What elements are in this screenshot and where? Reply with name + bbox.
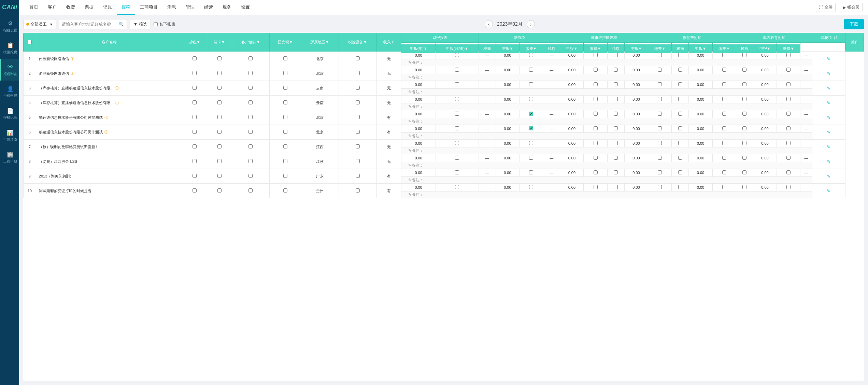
city-pay-checkbox[interactable]	[614, 170, 618, 174]
stamp-declare-checkbox[interactable]	[786, 97, 791, 101]
stamp-declare-checkbox[interactable]	[786, 82, 791, 86]
chaoshu-checkbox[interactable]	[193, 188, 197, 192]
local-edu-declare-checkbox[interactable]	[722, 141, 726, 145]
tax-device-checkbox[interactable]	[356, 174, 360, 178]
note-pencil-icon[interactable]: ✎	[408, 119, 411, 123]
chaoshu-checkbox[interactable]	[193, 130, 197, 134]
paid-tax-checkbox[interactable]	[283, 100, 287, 104]
stamp-declare-checkbox[interactable]	[786, 170, 791, 174]
nav-operation[interactable]: 经营	[199, 0, 218, 15]
edu-pay-checkbox[interactable]	[678, 185, 682, 189]
tax-device-checkbox[interactable]	[356, 115, 360, 119]
vat-declare-checkbox[interactable]	[529, 126, 533, 130]
sidebar-item-tax-records[interactable]: 📄 报税记录	[0, 102, 19, 124]
tax-device-checkbox[interactable]	[356, 56, 360, 60]
stamp-declare-checkbox[interactable]	[786, 112, 791, 116]
note-pencil-icon[interactable]: ✎	[408, 148, 411, 153]
edu-declare-checkbox[interactable]	[658, 141, 662, 145]
sidebar-item-settlement[interactable]: 📊 汇算清缴	[0, 124, 19, 146]
tax-device-checkbox[interactable]	[356, 130, 360, 134]
edu-pay-checkbox[interactable]	[678, 82, 682, 86]
nav-service[interactable]: 服务	[218, 0, 236, 15]
fullscreen-button[interactable]: ⛶ 全屏	[816, 3, 836, 12]
paid-tax-checkbox[interactable]	[283, 115, 287, 119]
sidebar-item-batch-tax[interactable]: 📋 批量报税	[0, 37, 19, 59]
tax-device-checkbox[interactable]	[356, 159, 360, 163]
paid-tax-checkbox[interactable]	[283, 86, 287, 90]
city-declare-checkbox[interactable]	[594, 141, 598, 145]
edu-pay-checkbox[interactable]	[678, 97, 682, 101]
city-pay-checkbox[interactable]	[614, 82, 618, 86]
qingka-checkbox[interactable]	[217, 188, 222, 192]
tax-device-checkbox[interactable]	[356, 188, 360, 192]
qingka-checkbox[interactable]	[217, 100, 222, 104]
qingka-checkbox[interactable]	[217, 86, 222, 90]
nav-settings[interactable]: 设置	[236, 0, 255, 15]
client-confirm-checkbox[interactable]	[248, 71, 253, 75]
edit-button[interactable]: ✎	[827, 115, 830, 120]
annual-report-checkbox[interactable]	[455, 82, 459, 86]
chaoshu-checkbox[interactable]	[193, 100, 197, 104]
vat-declare-checkbox[interactable]	[529, 156, 533, 160]
local-edu-pay-checkbox[interactable]	[742, 126, 746, 130]
annual-report-checkbox[interactable]	[455, 170, 459, 174]
city-pay-checkbox[interactable]	[614, 53, 618, 57]
city-pay-checkbox[interactable]	[614, 97, 618, 101]
note-pencil-icon[interactable]: ✎	[408, 192, 411, 197]
local-edu-declare-checkbox[interactable]	[722, 112, 726, 116]
local-edu-pay-checkbox[interactable]	[742, 112, 746, 116]
city-declare-checkbox[interactable]	[594, 82, 598, 86]
annual-report-checkbox[interactable]	[455, 53, 459, 57]
local-edu-declare-checkbox[interactable]	[722, 97, 726, 101]
nav-manage[interactable]: 管理	[181, 0, 199, 15]
note-pencil-icon[interactable]: ✎	[408, 134, 411, 138]
client-confirm-checkbox[interactable]	[248, 174, 253, 178]
annual-report-checkbox[interactable]	[455, 97, 459, 101]
nav-message[interactable]: 消息	[162, 0, 181, 15]
edu-declare-checkbox[interactable]	[658, 156, 662, 160]
edu-declare-checkbox[interactable]	[658, 97, 662, 101]
client-confirm-checkbox[interactable]	[248, 144, 253, 148]
chaoshu-checkbox[interactable]	[193, 56, 197, 60]
stamp-declare-checkbox[interactable]	[786, 68, 791, 72]
stamp-declare-checkbox[interactable]	[786, 156, 791, 160]
sidebar-item-personal-tax[interactable]: 👤 个税申报	[0, 81, 19, 102]
edu-pay-checkbox[interactable]	[678, 141, 682, 145]
paid-tax-checkbox[interactable]	[283, 144, 287, 148]
client-confirm-checkbox[interactable]	[248, 56, 253, 60]
paid-tax-checkbox[interactable]	[283, 188, 287, 192]
download-button[interactable]: 下载	[844, 19, 864, 29]
edu-pay-checkbox[interactable]	[678, 68, 682, 72]
filter-button[interactable]: ▼ 筛选	[130, 19, 151, 29]
employee-filter[interactable]: 全部员工 ▼	[23, 19, 56, 29]
chaoshu-checkbox[interactable]	[193, 86, 197, 90]
select-all-checkbox[interactable]	[28, 40, 32, 44]
qingka-checkbox[interactable]	[217, 56, 222, 60]
stamp-declare-checkbox[interactable]	[786, 141, 791, 145]
paid-tax-checkbox[interactable]	[283, 56, 287, 60]
edit-button[interactable]: ✎	[827, 56, 830, 61]
client-confirm-checkbox[interactable]	[248, 188, 253, 192]
annual-report-checkbox[interactable]	[455, 112, 459, 116]
edu-pay-checkbox[interactable]	[678, 126, 682, 130]
note-pencil-icon[interactable]: ✎	[408, 75, 411, 79]
annual-report-checkbox[interactable]	[455, 141, 459, 145]
stamp-declare-checkbox[interactable]	[786, 126, 791, 130]
local-edu-declare-checkbox[interactable]	[722, 68, 726, 72]
city-declare-checkbox[interactable]	[594, 185, 598, 189]
edu-pay-checkbox[interactable]	[678, 156, 682, 160]
chaoshu-checkbox[interactable]	[193, 115, 197, 119]
vat-declare-checkbox[interactable]	[529, 112, 533, 116]
city-declare-checkbox[interactable]	[594, 170, 598, 174]
vat-declare-checkbox[interactable]	[529, 97, 533, 101]
vip-button[interactable]: ▶ 畅会员	[840, 3, 863, 12]
edit-button[interactable]: ✎	[827, 71, 830, 76]
note-pencil-icon[interactable]: ✎	[408, 90, 411, 94]
edit-button[interactable]: ✎	[827, 86, 830, 91]
note-pencil-icon[interactable]: ✎	[408, 163, 411, 167]
chaoshu-checkbox[interactable]	[193, 144, 197, 148]
nav-invoice[interactable]: 票据	[80, 0, 98, 15]
city-pay-checkbox[interactable]	[614, 68, 618, 72]
chaoshu-checkbox[interactable]	[193, 174, 197, 178]
edit-button[interactable]: ✎	[827, 144, 830, 149]
